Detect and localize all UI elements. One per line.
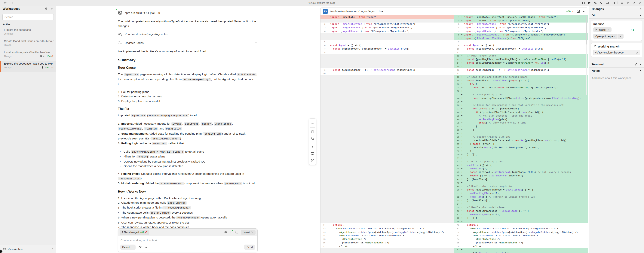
diff-line-right: 35+ // Update tracked plan IDs <box>454 135 588 139</box>
layers-icon[interactable] <box>44 7 48 10</box>
spark-icon[interactable] <box>224 230 227 234</box>
notes-section-header[interactable]: Notes <box>589 68 644 74</box>
diff-line-right: 65 {sidebarOpen && <RightSidebar />} <box>454 241 588 244</box>
workspace-item[interactable]: Install and integrate Vibe Kanban Web7h … <box>0 49 56 60</box>
notes-placeholder[interactable]: Add notes about this workspace... <box>589 74 644 82</box>
message-input[interactable] <box>120 238 255 242</box>
changes-section-header[interactable]: Changes <box>589 6 644 12</box>
diff-row: 53+ }, [loadPlans]); <box>320 199 588 202</box>
file-icon <box>41 66 44 69</box>
diff-view-toggle[interactable] <box>576 10 580 13</box>
diff-line-right: 17 <box>454 72 588 76</box>
diff-row: 55+ // Handle plan modal close <box>320 206 588 209</box>
model-label: Default <box>122 246 130 249</box>
collapse-file-button[interactable] <box>582 10 586 13</box>
more-actions-button[interactable] <box>637 28 640 31</box>
diff-line-left <box>320 216 454 220</box>
diff-line-left: 12 <div className="flex flex-col h-scree… <box>320 227 454 230</box>
annotate-button[interactable] <box>144 246 148 249</box>
latest-dropdown[interactable]: Latest <box>241 230 256 235</box>
inline-code: useRef <box>201 122 212 126</box>
diff-line-left: 14 <div className="flex flex-1 overflow-… <box>320 234 454 238</box>
tool-call-row[interactable]: npm run build 2>&1 | tail -80 <box>118 10 258 15</box>
diff-line-right: 47+ }, [loadPlans]); <box>454 178 588 181</box>
diff-line-left <box>320 202 454 206</box>
monitor-icon[interactable] <box>309 150 316 157</box>
numbered-list: 4.Polling effect: Set up a polling inter… <box>118 172 258 186</box>
dots-handle[interactable] <box>309 120 316 126</box>
diff-line-right: 15+ <box>454 65 588 68</box>
diff-row: 50+ const handlePlanComplete = useCallba… <box>320 188 588 192</box>
panel-right-icon[interactable] <box>612 1 615 4</box>
todos-status-icon[interactable] <box>230 230 233 234</box>
diff-line-left <box>320 150 454 153</box>
list-item: 2.Claude enters plan mode and calls Exit… <box>118 200 258 205</box>
tool-call-row[interactable]: Updated Todos <box>118 40 258 45</box>
search-input[interactable] <box>2 14 54 20</box>
send-button[interactable]: Send <box>244 244 255 250</box>
copy-icon[interactable] <box>309 135 316 142</box>
play-icon[interactable] <box>309 144 316 150</box>
workspace-item[interactable]: Explore the codebase35m ago <box>0 27 56 38</box>
diff-row: 27+ for (const plan of pendingPlans) { <box>320 107 588 110</box>
plus-icon[interactable] <box>50 7 54 10</box>
diff-line-right: 28+ if (!previousPlanIdsRef.current.has(… <box>454 110 588 114</box>
diff-row: 21+ const allPlans = await invoke<PlanIt… <box>320 86 588 90</box>
terminal-section-header[interactable]: Terminal <box>589 61 644 68</box>
chevron-down-icon[interactable] <box>254 41 258 44</box>
view-archive-label: View Archive <box>8 248 23 251</box>
expand-terminal-button[interactable] <box>634 63 637 66</box>
workspace-item[interactable]: Explore the codebase I want you to exp7h… <box>0 60 56 72</box>
diff-row: 47+ }, [loadPlans]); <box>320 178 588 181</box>
attach-button[interactable] <box>138 246 142 249</box>
inline-code: Pending <box>136 155 149 158</box>
working-branch-input[interactable] <box>593 50 640 55</box>
diff-line-right: 25+ <box>454 100 588 104</box>
diff-line-right: 7+import { PlanItem, PlanStatus } from "… <box>454 36 588 40</box>
inline-code: PlanItem <box>144 127 158 130</box>
pr-dropdown-button[interactable] <box>618 34 624 39</box>
diff-line-right: 54+ <box>454 202 588 206</box>
tool-call-row[interactable]: Read medusa/src/pages/Agent.tsx <box>118 32 258 36</box>
flag-icon[interactable] <box>626 1 630 4</box>
diff-line-left <box>320 75 454 79</box>
diff-line-right: 44+ loadPlans(); <box>454 167 588 170</box>
git-branch-icon[interactable] <box>309 157 316 164</box>
diff-scrollbar[interactable] <box>586 16 587 95</box>
branch-selector[interactable]: master <box>593 28 612 32</box>
diff-icon[interactable] <box>309 128 316 135</box>
git-section-header[interactable]: Git <box>589 12 644 18</box>
menu-icon[interactable] <box>620 1 624 4</box>
gear-icon[interactable] <box>638 1 642 4</box>
archive-icon[interactable] <box>4 1 7 4</box>
export-icon[interactable] <box>10 1 14 4</box>
diff-row: 18+ // Load plans and detect new pending… <box>320 75 588 79</box>
edit-branch-button[interactable] <box>636 51 639 54</box>
chat-bubble-icon[interactable] <box>588 1 591 4</box>
open-pull-request-button[interactable]: Open pull request <box>593 34 618 39</box>
diff-row: 14 <div className="flex flex-1 overflow-… <box>320 234 588 238</box>
diff-line-right: 34+ <box>454 132 588 135</box>
monitor-icon[interactable] <box>606 1 609 4</box>
notes-label: Notes <box>592 69 600 72</box>
help-icon[interactable] <box>632 1 636 4</box>
git-compare-icon[interactable] <box>594 1 597 4</box>
model-dropdown[interactable]: Default <box>120 244 136 250</box>
diff-line-left <box>320 213 454 216</box>
diff-line-right: 4import { RightSidebar } from "@/compone… <box>454 26 588 30</box>
panel-left-icon[interactable] <box>582 1 585 4</box>
inline-code: PlanStatus <box>165 127 182 130</box>
paragraph: The build completed successfully with no… <box>118 19 258 28</box>
workspace-item[interactable]: Create Good First Issues on Github So p6… <box>0 38 56 49</box>
list-item: 1.User is on the Agent page with a Docke… <box>118 196 258 200</box>
diff-line-right: 9const Agent = () => { <box>454 44 588 47</box>
diff-line-left <box>320 185 454 188</box>
view-archive-button[interactable]: View Archive 0 <box>0 245 56 253</box>
files-changed-label: 2 files changed <box>122 231 139 234</box>
files-changed-badge[interactable]: 2 files changed +61 -3 <box>120 230 149 235</box>
inline-code: ExitPlanMode <box>236 73 256 76</box>
inline-code: useCallback <box>214 122 232 126</box>
terminal-icon[interactable] <box>600 1 603 4</box>
diff-line-right: 39+ } <box>454 150 588 153</box>
diff-row: 14+ const previousPlanIdsRef = useRef<Se… <box>320 61 588 65</box>
